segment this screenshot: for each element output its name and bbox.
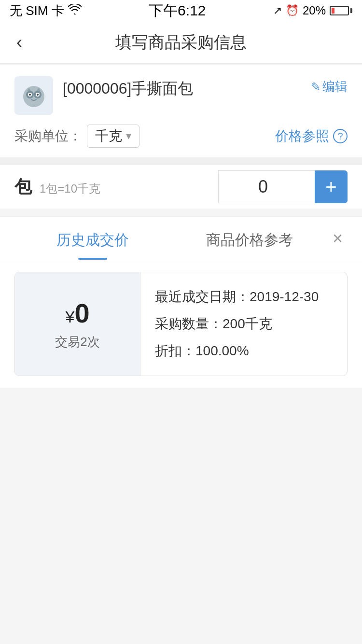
chevron-down-icon: ▾ xyxy=(126,130,131,142)
recent-date-row: 最近成交日期：2019-12-30 xyxy=(155,287,333,307)
trades-count: 交易2次 xyxy=(55,334,99,350)
battery-icon xyxy=(330,6,352,15)
wifi-icon xyxy=(68,3,82,18)
time-display: 下午6:12 xyxy=(149,1,206,21)
card-section: ¥0 交易2次 最近成交日期：2019-12-30 采购数量：200千克 折扣：… xyxy=(0,260,362,388)
unit-select[interactable]: 千克 ▾ xyxy=(87,125,139,148)
price-card-left: ¥0 交易2次 xyxy=(15,272,140,376)
history-price-card: ¥0 交易2次 最近成交日期：2019-12-30 采购数量：200千克 折扣：… xyxy=(14,272,348,376)
page-title: 填写商品采购信息 xyxy=(115,31,247,54)
tab-active-indicator xyxy=(78,258,107,260)
tab-close-button[interactable]: × xyxy=(328,224,348,253)
product-thumbnail xyxy=(14,76,53,115)
product-left: [0000006]手撕面包 xyxy=(14,76,193,115)
price-reference-button[interactable]: 价格参照 ? xyxy=(275,127,348,145)
svg-point-0 xyxy=(23,86,44,107)
nav-bar: ‹ 填写商品采购信息 xyxy=(0,21,362,64)
carrier-text: 无 SIM 卡 xyxy=(10,2,64,19)
status-bar: 无 SIM 卡 下午6:12 ↗ ⏰ 20% xyxy=(0,0,362,21)
quantity-unit: 包 xyxy=(14,175,32,199)
battery-percent: 20% xyxy=(303,4,326,17)
unit-label: 采购单位： xyxy=(14,127,82,145)
help-icon: ? xyxy=(333,129,348,143)
product-name: [0000006]手撕面包 xyxy=(63,78,193,99)
edit-button[interactable]: ✎ 编辑 xyxy=(311,78,348,95)
quantity-input-area: + xyxy=(218,170,348,203)
product-section: [0000006]手撕面包 ✎ 编辑 采购单位： 千克 ▾ 价格参照 ? xyxy=(0,65,362,157)
discount-row: 折扣：100.00% xyxy=(155,341,333,361)
tab-product-price-ref[interactable]: 商品价格参考 xyxy=(171,217,327,260)
quantity-label: 包 1包=10千克 xyxy=(14,175,100,199)
tab-history-price[interactable]: 历史成交价 xyxy=(14,217,171,260)
currency-symbol: ¥ xyxy=(65,308,74,326)
product-unit-row: 采购单位： 千克 ▾ 价格参照 ? xyxy=(14,125,348,148)
section-divider xyxy=(0,157,362,165)
product-header: [0000006]手撕面包 ✎ 编辑 xyxy=(14,76,348,115)
quantity-conversion: 1包=10千克 xyxy=(40,181,100,196)
price-card-right: 最近成交日期：2019-12-30 采购数量：200千克 折扣：100.00% xyxy=(140,272,347,376)
back-button[interactable]: ‹ xyxy=(12,28,27,57)
purchase-quantity-row: 采购数量：200千克 xyxy=(155,314,333,334)
price-display: ¥0 xyxy=(65,297,89,329)
status-left: 无 SIM 卡 xyxy=(10,2,82,19)
status-right: ↗ ⏰ 20% xyxy=(273,4,352,17)
location-icon: ↗ xyxy=(273,4,282,17)
svg-point-6 xyxy=(37,94,39,96)
quantity-input[interactable] xyxy=(218,170,315,203)
alarm-icon: ⏰ xyxy=(286,4,299,17)
tabs-section: 历史成交价 商品价格参考 × ¥0 交易2次 最近成交日期：2019-12-30 xyxy=(0,216,362,388)
edit-icon: ✎ xyxy=(311,80,320,94)
quantity-plus-button[interactable]: + xyxy=(315,170,348,203)
svg-point-5 xyxy=(29,94,31,96)
quantity-section: 包 1包=10千克 + xyxy=(0,165,362,209)
tabs-header: 历史成交价 商品价格参考 × xyxy=(0,217,362,260)
